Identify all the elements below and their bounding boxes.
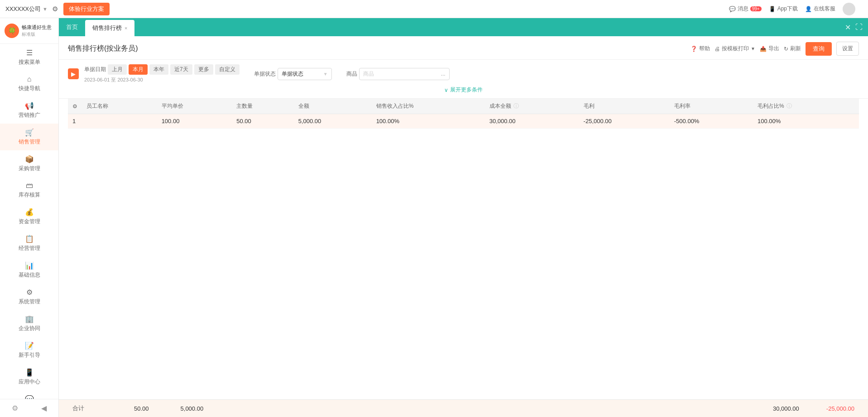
expand-more-button[interactable]: ∨ 展开更多条件 xyxy=(68,86,859,94)
sidebar-item-label: 系统管理 xyxy=(19,298,40,306)
sidebar-item-quick-nav[interactable]: ⌂ 快捷导航 xyxy=(0,71,58,97)
td-cost: 30,000.00 xyxy=(485,114,579,129)
goods-ellipsis[interactable]: ... xyxy=(441,71,446,77)
print-button[interactable]: 🖨 按模板打印 ▼ xyxy=(715,45,755,53)
td-employee xyxy=(82,114,157,129)
search-order-icon: ☰ xyxy=(26,48,33,57)
sidebar-collapse-button[interactable]: ◀ xyxy=(41,404,47,412)
settings-icon-top[interactable]: ⚙ xyxy=(52,5,58,13)
sidebar-item-purchase[interactable]: 📦 采购管理 xyxy=(0,150,58,177)
export-button[interactable]: 📤 导出 xyxy=(760,45,779,53)
operations-icon: 📋 xyxy=(25,235,34,243)
expand-more-label: 展开更多条件 xyxy=(450,86,483,94)
table-footer: 合计 50.00 5,000.00 30,000.00 -25,000.00 xyxy=(59,399,868,417)
online-service-button[interactable]: 👤 在线客服 xyxy=(805,5,835,13)
message-icon: 💬 xyxy=(729,6,736,12)
th-amount: 全额 xyxy=(294,99,372,114)
sidebar-item-search-order[interactable]: ☰ 搜索菜单 xyxy=(0,44,58,71)
sidebar: 🍀 畅康通好生意 标准版 ☰ 搜索菜单 ⌂ 快捷导航 📢 营销推广 🛒 销售管理 xyxy=(0,18,59,417)
date-options: 上月 本月 本年 近7天 更多 自定义 xyxy=(108,64,240,75)
sidebar-item-label: 销售管理 xyxy=(19,138,40,146)
sidebar-item-label: 资金管理 xyxy=(19,218,40,225)
footer-amount: 5,000.00 xyxy=(181,405,204,412)
sidebar-item-system[interactable]: ⚙ 系统管理 xyxy=(0,283,58,310)
sidebar-settings-button[interactable]: ⚙ xyxy=(12,404,18,412)
avatar[interactable] xyxy=(843,3,855,15)
sidebar-item-marketing[interactable]: 📢 营销推广 xyxy=(0,97,58,124)
topbar: XXXXXX公司 ▼ ⚙ 体验行业方案 💬 消息 99+ 📱 App下载 👤 在… xyxy=(0,0,868,18)
marketing-icon: 📢 xyxy=(25,101,34,110)
date-filter: 单据日期 上月 本月 本年 近7天 更多 自定义 2023-06-01 至 20… xyxy=(84,64,240,83)
th-employee: 员工名称 xyxy=(82,99,157,114)
help-label: 帮助 xyxy=(699,45,710,53)
settings-button[interactable]: 设置 xyxy=(836,42,859,56)
company-dropdown-icon[interactable]: ▼ xyxy=(43,6,48,12)
date-opt-7days[interactable]: 近7天 xyxy=(170,64,192,75)
th-settings[interactable]: ⚙ xyxy=(68,99,82,114)
sidebar-item-operations[interactable]: 📋 经营管理 xyxy=(0,230,58,257)
sidebar-item-app-center[interactable]: 📱 应用中心 xyxy=(0,364,58,390)
sidebar-item-label: 基础信息 xyxy=(19,271,40,279)
data-table: ⚙ 员工名称 平均单价 主数量 全额 销售收入占比% 成本全额 ⓘ 毛利 毛利率 xyxy=(68,99,859,129)
td-index: 1 xyxy=(68,114,82,129)
query-button[interactable]: 查询 xyxy=(806,42,832,56)
sidebar-item-basic-info[interactable]: 📊 基础信息 xyxy=(0,257,58,283)
sidebar-item-label: 新手引导 xyxy=(19,351,40,359)
message-label: 消息 xyxy=(738,5,748,13)
print-dropdown-icon: ▼ xyxy=(751,46,755,51)
refresh-icon: ↻ xyxy=(784,46,788,52)
status-select[interactable]: 单据状态 ▼ xyxy=(278,68,332,80)
th-cost: 成本全额 ⓘ xyxy=(485,99,579,114)
tab-sales-ranking[interactable]: 销售排行榜 × xyxy=(85,20,134,36)
goods-filter: 商品 商品 ... xyxy=(346,68,450,80)
window-expand-icon[interactable]: ⛶ xyxy=(855,23,863,31)
app-center-icon: 📱 xyxy=(25,368,34,377)
date-opt-this-year[interactable]: 本年 xyxy=(149,64,168,75)
filter-expand-arrow[interactable]: ▶ xyxy=(68,68,79,79)
page-header-actions: ❓ 帮助 🖨 按模板打印 ▼ 📤 导出 ↻ 刷新 xyxy=(691,42,859,56)
help-button[interactable]: ❓ 帮助 xyxy=(691,45,710,53)
date-opt-custom[interactable]: 自定义 xyxy=(215,64,240,75)
sidebar-item-finance[interactable]: 💰 资金管理 xyxy=(0,203,58,230)
gross-pct-info-icon[interactable]: ⓘ xyxy=(786,103,792,109)
td-gross-pct: 100.00% xyxy=(753,114,859,129)
goods-input[interactable]: 商品 ... xyxy=(359,68,450,80)
trial-button[interactable]: 体验行业方案 xyxy=(63,3,110,15)
footer-gross: -25,000.00 xyxy=(826,405,854,412)
app-download-button[interactable]: 📱 App下载 xyxy=(769,5,798,13)
company-name[interactable]: XXXXXX公司 xyxy=(5,5,41,13)
purchase-icon: 📦 xyxy=(25,155,34,163)
th-qty: 主数量 xyxy=(232,99,293,114)
sidebar-item-label: 快捷导航 xyxy=(19,85,40,92)
date-opt-more[interactable]: 更多 xyxy=(194,64,213,75)
th-gross-rate: 毛利率 xyxy=(670,99,753,114)
wechat-icon: 💬 xyxy=(25,395,34,399)
export-icon: 📤 xyxy=(760,46,767,52)
footer-label: 合计 xyxy=(72,404,84,412)
cost-info-icon[interactable]: ⓘ xyxy=(513,103,519,109)
date-opt-last-month[interactable]: 上月 xyxy=(108,64,127,75)
sidebar-logo: 🍀 畅康通好生意 标准版 xyxy=(0,18,58,44)
tab-close-icon[interactable]: × xyxy=(125,25,127,31)
logo-icon: 🍀 xyxy=(5,24,19,38)
sidebar-item-enterprise[interactable]: 🏢 企业协同 xyxy=(0,310,58,337)
service-icon: 👤 xyxy=(805,6,812,12)
sidebar-item-sales[interactable]: 🛒 销售管理 xyxy=(0,124,58,150)
sidebar-footer: ⚙ ◀ xyxy=(0,399,58,417)
sidebar-nav: ☰ 搜索菜单 ⌂ 快捷导航 📢 营销推广 🛒 销售管理 📦 采购管理 🗃 库 xyxy=(0,44,58,399)
sidebar-item-label: 经营管理 xyxy=(19,244,40,252)
window-close-icon[interactable]: ✕ xyxy=(845,23,851,32)
td-gross-rate: -500.00% xyxy=(670,114,753,129)
message-button[interactable]: 💬 消息 99+ xyxy=(729,5,762,13)
date-opt-this-month[interactable]: 本月 xyxy=(129,64,148,75)
export-label: 导出 xyxy=(768,45,779,53)
refresh-button[interactable]: ↻ 刷新 xyxy=(784,45,801,53)
guide-icon: 📝 xyxy=(25,341,34,350)
sidebar-item-inventory[interactable]: 🗃 库存核算 xyxy=(0,177,58,203)
td-qty: 50.00 xyxy=(232,114,293,129)
td-gross: -25,000.00 xyxy=(579,114,670,129)
sidebar-item-guide[interactable]: 📝 新手引导 xyxy=(0,337,58,364)
logo-text: 畅康通好生意 xyxy=(22,24,52,31)
tab-home[interactable]: 首页 xyxy=(59,18,85,36)
sidebar-item-wechat[interactable]: 💬 企业微信 xyxy=(0,390,58,399)
